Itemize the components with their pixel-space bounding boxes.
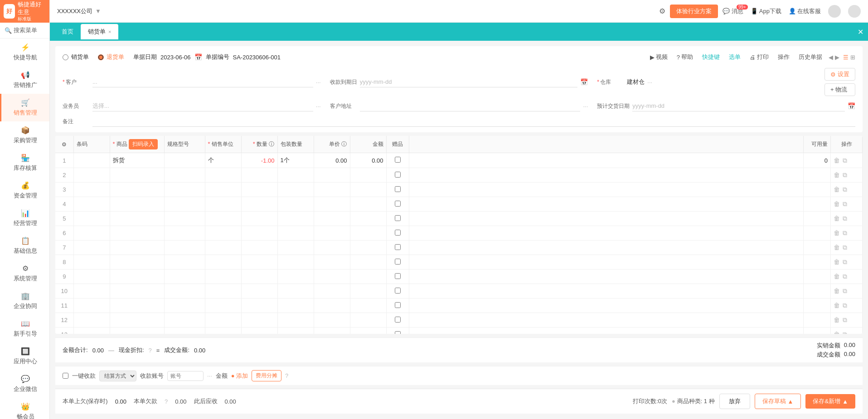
row-price[interactable] [314, 183, 350, 197]
row-product[interactable] [110, 313, 164, 327]
sidebar-item-采购管理[interactable]: 📦采购管理 [0, 121, 49, 149]
row-product[interactable] [110, 327, 164, 334]
row-amount[interactable] [350, 197, 386, 212]
row-unit[interactable] [205, 255, 241, 270]
row-qty[interactable] [241, 327, 277, 334]
row-spec[interactable] [164, 212, 205, 226]
copy-icon[interactable]: ⧉ [843, 258, 847, 266]
calc-method-select[interactable]: 结算方式 [99, 371, 136, 381]
row-product[interactable] [110, 299, 164, 313]
row-product[interactable] [110, 284, 164, 299]
row-pkg[interactable] [277, 168, 314, 183]
customer-addr-input[interactable] [360, 101, 581, 111]
close-all-icon[interactable]: ✕ [858, 28, 863, 36]
sidebar-item-系统管理[interactable]: ⚙系统管理 [0, 260, 49, 287]
row-amount[interactable] [350, 241, 386, 255]
customer-addr-more-icon[interactable]: ··· [583, 103, 588, 110]
row-price[interactable]: 0.00 [314, 153, 350, 168]
sidebar-item-企业微信[interactable]: 💬企业微信 [0, 370, 49, 398]
delete-icon[interactable]: 🗑 [834, 273, 840, 280]
receive-date-input[interactable] [360, 77, 578, 87]
salesperson-input[interactable] [92, 101, 313, 111]
row-barcode[interactable] [73, 183, 110, 197]
sidebar-item-企业协同[interactable]: 🏢企业协同 [0, 287, 49, 315]
row-spec[interactable] [164, 313, 205, 327]
row-pkg[interactable] [277, 299, 314, 313]
row-spec[interactable] [164, 168, 205, 183]
row-unit[interactable] [205, 313, 241, 327]
save-new-button[interactable]: 保存&新增 ▲ [805, 394, 855, 409]
delete-icon[interactable]: 🗑 [834, 157, 840, 164]
copy-icon[interactable]: ⧉ [843, 273, 847, 280]
row-pkg[interactable]: 1个 [277, 153, 314, 168]
sidebar-item-应用中心[interactable]: 🔲应用中心 [0, 342, 49, 370]
row-price[interactable] [314, 299, 350, 313]
row-product[interactable] [110, 255, 164, 270]
row-spec[interactable] [164, 299, 205, 313]
row-unit[interactable] [205, 212, 241, 226]
row-amount[interactable] [350, 183, 386, 197]
copy-icon[interactable]: ⧉ [843, 229, 847, 237]
delete-icon[interactable]: 🗑 [834, 316, 840, 324]
copy-icon[interactable]: ⧉ [843, 244, 847, 251]
copy-icon[interactable]: ⧉ [843, 287, 847, 295]
row-product[interactable] [110, 226, 164, 241]
row-gift[interactable] [386, 168, 409, 183]
copy-icon[interactable]: ⧉ [843, 186, 847, 193]
search-menu[interactable]: 🔍 搜索菜单 [0, 23, 49, 39]
row-gift[interactable] [386, 270, 409, 284]
account-more-icon[interactable]: ··· [207, 372, 212, 379]
row-gift[interactable] [386, 197, 409, 212]
expense-split-button[interactable]: 费用分摊 [252, 370, 281, 381]
row-spec[interactable] [164, 327, 205, 334]
delete-icon[interactable]: 🗑 [834, 200, 840, 208]
row-barcode[interactable] [73, 255, 110, 270]
row-pkg[interactable] [277, 255, 314, 270]
row-pkg[interactable] [277, 284, 314, 299]
sidebar-item-畅会员[interactable]: 👑畅会员 [0, 398, 49, 419]
remark-input[interactable] [92, 116, 855, 127]
expected-date-input[interactable] [632, 101, 845, 111]
row-price[interactable] [314, 241, 350, 255]
prev-icon[interactable]: ◀ [829, 54, 833, 61]
row-pkg[interactable] [277, 313, 314, 327]
row-unit[interactable] [205, 197, 241, 212]
row-barcode[interactable] [73, 284, 110, 299]
row-pkg[interactable] [277, 270, 314, 284]
radio-return[interactable]: 退货单 [98, 53, 124, 61]
row-qty[interactable] [241, 226, 277, 241]
row-gift[interactable] [386, 226, 409, 241]
row-barcode[interactable] [73, 168, 110, 183]
radio-sale[interactable]: 销货单 [63, 53, 89, 61]
row-amount[interactable] [350, 270, 386, 284]
row-amount[interactable] [350, 168, 386, 183]
sidebar-item-快捷导航[interactable]: ⚡快捷导航 [0, 39, 49, 66]
expected-date-calendar-icon[interactable]: 📅 [848, 102, 855, 110]
delete-icon[interactable]: 🗑 [834, 244, 840, 251]
operate-btn[interactable]: 操作 [775, 52, 792, 63]
row-pkg[interactable] [277, 183, 314, 197]
copy-icon[interactable]: ⧉ [843, 215, 847, 222]
row-gift[interactable] [386, 327, 409, 334]
row-unit[interactable] [205, 299, 241, 313]
print-btn[interactable]: 🖨 打印 [747, 52, 771, 63]
scan-button[interactable]: 扫码录入 [129, 139, 158, 149]
customer-input[interactable] [92, 77, 313, 87]
row-amount[interactable] [350, 327, 386, 334]
select-btn[interactable]: 选单 [726, 52, 743, 63]
row-spec[interactable] [164, 183, 205, 197]
row-unit[interactable] [205, 241, 241, 255]
calendar-icon[interactable]: 📅 [194, 53, 202, 61]
row-amount[interactable] [350, 212, 386, 226]
copy-icon[interactable]: ⧉ [843, 302, 847, 309]
row-pkg[interactable] [277, 327, 314, 334]
delete-icon[interactable]: 🗑 [834, 186, 840, 193]
row-amount[interactable] [350, 284, 386, 299]
row-qty[interactable] [241, 212, 277, 226]
video-btn[interactable]: ▶ 视频 [647, 52, 670, 63]
copy-icon[interactable]: ⧉ [843, 316, 847, 324]
row-price[interactable] [314, 270, 350, 284]
tab-home[interactable]: 首页 [54, 24, 81, 39]
next-icon[interactable]: ▶ [835, 54, 839, 61]
row-barcode[interactable] [73, 197, 110, 212]
